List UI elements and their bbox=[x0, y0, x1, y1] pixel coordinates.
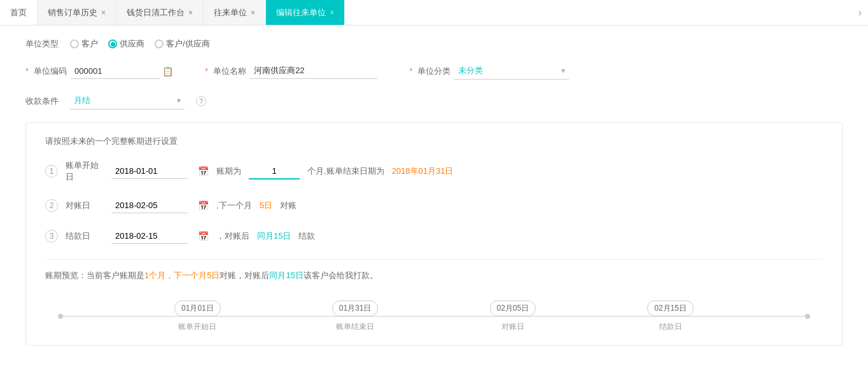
radio-supplier-label: 供应商 bbox=[120, 38, 144, 50]
fields-row: * 单位编码 📋 * 单位名称 * 单位分类 未分类 ▾ bbox=[25, 62, 843, 80]
timeline-container: 01月01日 账单开始日 01月31日 账单结束日 02月05日 对账日 02月… bbox=[45, 300, 823, 332]
timeline-point-4: 02月15日 结款日 bbox=[647, 300, 694, 332]
tab-partners[interactable]: 往来单位 × bbox=[204, 0, 266, 25]
timeline-point-1: 01月01日 账单开始日 bbox=[174, 300, 221, 332]
required-star-code: * bbox=[25, 66, 29, 76]
unit-type-row: 单位类型 客户 供应商 客户/供应商 bbox=[25, 38, 843, 50]
radio-supplier[interactable]: 供应商 bbox=[108, 38, 144, 50]
period-row-3: 3 结款日 📅 ，对账后同月15日结款 bbox=[45, 229, 823, 244]
period-field-label-2: 对账日 bbox=[66, 200, 104, 211]
calendar-icon[interactable]: 📋 bbox=[162, 66, 173, 76]
main-content: 单位类型 客户 供应商 客户/供应商 * 单位编码 📋 bbox=[0, 25, 868, 387]
period-after-text-1: 账期为 bbox=[216, 165, 241, 177]
timeline-badge-4: 02月15日 bbox=[647, 300, 694, 316]
close-icon[interactable]: × bbox=[330, 8, 334, 17]
period-box-title: 请按照未来的一个完整帐期进行设置 bbox=[45, 136, 823, 147]
unit-type-label: 单位类型 bbox=[25, 38, 59, 50]
tab-cash-workbench-label: 钱货日清工作台 bbox=[127, 7, 185, 18]
payment-select[interactable]: 月结 ▾ bbox=[70, 92, 185, 109]
close-icon[interactable]: × bbox=[251, 8, 255, 17]
required-star-name: * bbox=[205, 66, 208, 76]
period-months-input[interactable] bbox=[249, 164, 300, 179]
timeline-dot-start bbox=[58, 314, 63, 319]
preview-part1: 1个月， bbox=[144, 271, 174, 280]
period-row2-prefix: ,下一个月 bbox=[216, 200, 252, 211]
radio-customer[interactable]: 客户 bbox=[70, 38, 98, 50]
radio-both-label: 客户/供应商 bbox=[166, 38, 210, 50]
period-box: 请按照未来的一个完整帐期进行设置 1 账单开始日 📅 账期为 个月,账单结束日期… bbox=[25, 122, 843, 346]
period-row-2: 2 对账日 📅 ,下一个月5日对账 bbox=[45, 198, 823, 213]
help-icon[interactable]: ? bbox=[196, 96, 206, 106]
period-row2-suffix: 对账 bbox=[280, 200, 297, 211]
timeline-point-3: 02月05日 对账日 bbox=[490, 300, 536, 332]
period-date-input-3[interactable] bbox=[111, 229, 188, 244]
tab-edit-partner-label: 编辑往来单位 bbox=[276, 7, 326, 18]
unit-name-input-wrapper bbox=[250, 64, 377, 79]
period-row-1: 1 账单开始日 📅 账期为 个月,账单结束日期为 2018年01月31日 bbox=[45, 160, 823, 183]
timeline-label-3: 对账日 bbox=[501, 321, 524, 332]
unit-category-select[interactable]: 未分类 ▾ bbox=[454, 62, 569, 80]
preview-section: 账期预览：当前客户账期是1个月，下一个月5日对账，对账后同月15日该客户会给我打… bbox=[45, 259, 823, 332]
calendar-icon-3[interactable]: 📅 bbox=[198, 231, 209, 241]
required-star-category: * bbox=[409, 66, 412, 76]
payment-value: 月结 bbox=[74, 95, 177, 106]
timeline-label-2: 账单结束日 bbox=[336, 321, 374, 332]
payment-row: 收款条件 月结 ▾ ? bbox=[25, 92, 843, 109]
unit-code-input-wrapper: 📋 bbox=[71, 64, 173, 79]
radio-group-unit-type: 客户 供应商 客户/供应商 bbox=[70, 38, 210, 50]
period-num-3: 3 bbox=[45, 230, 58, 243]
preview-prefix: 账期预览：当前客户账期是 bbox=[45, 271, 144, 280]
preview-text: 账期预览：当前客户账期是1个月，下一个月5日对账，对账后同月15日该客户会给我打… bbox=[45, 270, 823, 281]
timeline-dot-end bbox=[805, 314, 810, 319]
chevron-down-icon: ▾ bbox=[561, 66, 565, 75]
timeline-badge-3: 02月05日 bbox=[490, 300, 536, 316]
tab-bar: 首页 销售订单历史 × 钱货日清工作台 × 往来单位 × 编辑往来单位 × › bbox=[0, 0, 868, 25]
preview-part2: 下一个月5日 bbox=[174, 271, 220, 280]
tab-arrow[interactable]: › bbox=[852, 0, 868, 25]
unit-code-label: 单位编码 bbox=[34, 66, 67, 77]
unit-code-group: * 单位编码 📋 bbox=[25, 64, 173, 79]
tab-partners-label: 往来单位 bbox=[214, 7, 247, 18]
tab-edit-partner[interactable]: 编辑往来单位 × bbox=[266, 0, 344, 25]
timeline-line bbox=[58, 316, 810, 317]
period-row3-prefix: ，对账后 bbox=[216, 230, 249, 242]
radio-circle-both bbox=[155, 39, 164, 48]
period-row3-suffix: 结款 bbox=[298, 230, 315, 242]
unit-category-group: * 单位分类 未分类 ▾ bbox=[409, 62, 569, 80]
period-date-input-2[interactable] bbox=[111, 198, 188, 213]
calendar-icon-1[interactable]: 📅 bbox=[198, 166, 209, 176]
period-field-label-3: 结款日 bbox=[66, 230, 104, 242]
period-num-1: 1 bbox=[45, 165, 58, 178]
tab-home[interactable]: 首页 bbox=[0, 0, 38, 25]
close-icon[interactable]: × bbox=[101, 8, 106, 17]
timeline-badge-1: 01月01日 bbox=[174, 300, 221, 316]
tab-cash-workbench[interactable]: 钱货日清工作台 × bbox=[116, 0, 204, 25]
radio-customer-label: 客户 bbox=[81, 38, 98, 50]
timeline-label-4: 结款日 bbox=[659, 321, 682, 332]
unit-category-value: 未分类 bbox=[458, 65, 561, 76]
period-row2-highlight: 5日 bbox=[260, 200, 272, 211]
period-months-suffix: 个月,账单结束日期为 bbox=[307, 165, 384, 177]
unit-name-group: * 单位名称 bbox=[205, 64, 377, 79]
preview-part3: 同月15日 bbox=[269, 271, 303, 280]
timeline-point-2: 01月31日 账单结束日 bbox=[332, 300, 379, 332]
preview-suffix: 该客户会给我打款。 bbox=[304, 271, 378, 280]
close-icon[interactable]: × bbox=[188, 8, 193, 17]
unit-code-input[interactable] bbox=[71, 64, 160, 79]
calendar-icon-2[interactable]: 📅 bbox=[198, 201, 209, 211]
radio-circle-supplier bbox=[108, 39, 117, 48]
tab-sales-history[interactable]: 销售订单历史 × bbox=[38, 0, 116, 25]
unit-name-input[interactable] bbox=[250, 64, 377, 79]
period-date-input-1[interactable] bbox=[111, 164, 188, 179]
radio-circle-customer bbox=[70, 39, 79, 48]
tab-sales-history-label: 销售订单历史 bbox=[48, 7, 97, 18]
tab-home-label: 首页 bbox=[10, 7, 27, 18]
preview-middle: 对账，对账后 bbox=[220, 271, 269, 280]
timeline-badge-2: 01月31日 bbox=[332, 300, 379, 316]
period-end-date: 2018年01月31日 bbox=[392, 165, 454, 177]
timeline-label-1: 账单开始日 bbox=[178, 321, 216, 332]
period-field-label-1: 账单开始日 bbox=[66, 160, 104, 183]
unit-category-label: 单位分类 bbox=[417, 66, 451, 77]
unit-name-label: 单位名称 bbox=[213, 66, 246, 77]
radio-both[interactable]: 客户/供应商 bbox=[155, 38, 210, 50]
